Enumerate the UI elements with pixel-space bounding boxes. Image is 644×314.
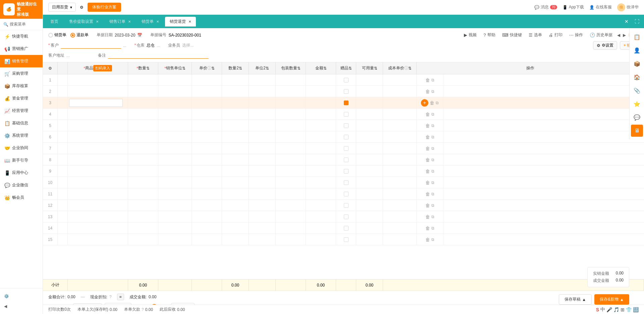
delete-row-btn[interactable]: 🗑 — [425, 203, 430, 208]
cell-product[interactable] — [68, 211, 128, 222]
cell-unit2[interactable] — [249, 109, 276, 120]
cell-unit2[interactable] — [249, 131, 276, 142]
staff-select-btn[interactable]: 选择... — [182, 43, 194, 48]
sidebar-item-app-center[interactable]: 📱 应用中心 — [0, 167, 43, 179]
cell-amount[interactable] — [306, 120, 336, 131]
cell-unit2[interactable] — [249, 97, 276, 108]
cell-unit2[interactable] — [249, 143, 276, 154]
experience-btn[interactable]: 体验行业方案 — [88, 3, 121, 12]
sidebar-item-sales[interactable]: 📊 销售管理 — [0, 55, 43, 67]
cell-qty[interactable] — [128, 166, 158, 177]
save-draft-btn[interactable]: 保存草稿 ▲ — [559, 294, 592, 305]
sidebar-item-wechat[interactable]: 💬 企业微信 — [0, 179, 43, 191]
gift-checkbox[interactable] — [344, 214, 348, 219]
cell-price[interactable] — [192, 200, 222, 211]
cell-available[interactable] — [356, 154, 383, 165]
cell-amount[interactable] — [306, 166, 336, 177]
cell-product[interactable] — [68, 131, 128, 142]
cell-unit2[interactable] — [249, 74, 276, 85]
copy-row-btn[interactable]: ⧉ — [431, 146, 434, 151]
cell-price[interactable] — [192, 188, 222, 199]
cell-costprice[interactable] — [383, 234, 417, 245]
address-dots-btn[interactable]: ... — [66, 53, 70, 58]
cell-price[interactable] — [192, 211, 222, 222]
cell-costprice[interactable] — [383, 211, 417, 222]
cell-unit[interactable] — [158, 177, 192, 188]
cell-available[interactable] — [356, 166, 383, 177]
cell-qty[interactable] — [128, 120, 158, 131]
cell-qty2[interactable] — [222, 131, 249, 142]
cell-amount[interactable] — [306, 86, 336, 97]
equals-btn[interactable]: = — [117, 294, 124, 300]
sidebar-item-system[interactable]: ⚙️ 系统管理 — [0, 129, 43, 142]
cell-pkgqty[interactable] — [276, 200, 306, 211]
cell-costprice[interactable] — [383, 188, 417, 199]
copy-row-btn[interactable]: ⧉ — [431, 89, 434, 94]
cell-costprice[interactable] — [383, 154, 417, 165]
calendar-icon[interactable]: 📅 — [137, 33, 142, 38]
delete-row-btn[interactable]: 🗑 — [425, 169, 430, 174]
cell-unit[interactable] — [158, 154, 192, 165]
note-input[interactable] — [108, 52, 209, 59]
sort-qty2-icon[interactable]: ⇅ — [239, 66, 242, 71]
cell-costprice[interactable] — [383, 143, 417, 154]
sidebar-item-inventory[interactable]: 📦 库存核算 — [0, 80, 43, 92]
gift-checkbox[interactable] — [344, 78, 348, 82]
cell-amount[interactable] — [306, 177, 336, 188]
nav-prev-icon[interactable]: ◀ — [617, 33, 620, 38]
right-icon-4[interactable]: 🏠 — [631, 71, 643, 83]
cell-available[interactable] — [356, 97, 383, 108]
sort-asc-icon[interactable]: ⇅ — [146, 66, 150, 71]
cell-unit[interactable] — [158, 131, 192, 142]
cell-pkgqty[interactable] — [276, 177, 306, 188]
ops-btn[interactable]: ⋯ 操作 — [567, 32, 585, 39]
cell-costprice[interactable] — [383, 223, 417, 234]
cell-unit[interactable] — [158, 223, 192, 234]
sort-unit2-icon[interactable]: ⇅ — [266, 66, 269, 71]
cell-product[interactable] — [68, 234, 128, 245]
history-btn[interactable]: 🕐 历史单据 — [588, 32, 614, 39]
cell-pkgqty[interactable] — [276, 74, 306, 85]
add-row-btn[interactable]: + — [421, 99, 428, 107]
cell-costprice[interactable] — [383, 200, 417, 211]
delete-row-btn[interactable]: 🗑 — [425, 134, 430, 140]
cell-product[interactable] — [68, 143, 128, 154]
cell-pkgqty[interactable] — [276, 131, 306, 142]
delete-row-btn[interactable]: 🗑 — [425, 214, 430, 219]
cell-gift[interactable] — [336, 166, 356, 177]
cell-gift[interactable] — [336, 177, 356, 188]
cell-qty[interactable] — [128, 154, 158, 165]
cell-qty2[interactable] — [222, 211, 249, 222]
cell-price[interactable] — [192, 120, 222, 131]
cell-product[interactable] — [68, 120, 128, 131]
cell-unit2[interactable] — [249, 177, 276, 188]
cell-unit[interactable] — [158, 143, 192, 154]
delete-row-btn[interactable]: 🗑 — [425, 89, 430, 94]
cell-qty[interactable] — [128, 200, 158, 211]
cell-product[interactable] — [68, 154, 128, 165]
delete-row-btn[interactable]: 🗑 — [425, 157, 430, 163]
cell-pkgqty[interactable] — [276, 223, 306, 234]
cell-costprice[interactable] — [383, 131, 417, 142]
cell-unit2[interactable] — [249, 223, 276, 234]
message-btn[interactable]: 💬 消息 70 — [534, 4, 557, 10]
cell-available[interactable] — [356, 211, 383, 222]
cell-amount[interactable] — [306, 200, 336, 211]
cell-costprice[interactable] — [383, 166, 417, 177]
close-icon[interactable]: ✕ — [156, 20, 159, 23]
cell-available[interactable] — [356, 131, 383, 142]
cell-available[interactable] — [356, 200, 383, 211]
cell-gift[interactable] — [336, 74, 356, 85]
gift-checkbox[interactable] — [344, 203, 348, 208]
delete-row-btn[interactable]: 🗑 — [425, 123, 430, 128]
copy-row-btn[interactable]: ⧉ — [431, 78, 434, 82]
cell-qty2[interactable] — [222, 120, 249, 131]
cell-unit[interactable] — [158, 120, 192, 131]
cell-unit2[interactable] — [249, 86, 276, 97]
gift-checkbox[interactable] — [344, 112, 348, 117]
cell-available[interactable] — [356, 120, 383, 131]
right-icon-5[interactable]: 📎 — [631, 84, 643, 97]
cell-gift[interactable] — [336, 120, 356, 131]
product-input[interactable] — [69, 99, 123, 107]
cell-qty[interactable] — [128, 143, 158, 154]
